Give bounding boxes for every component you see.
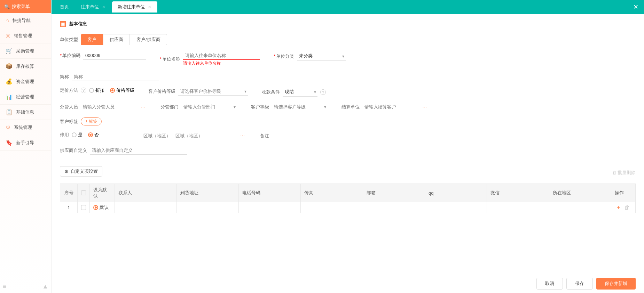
pricing-option-discount[interactable]: 折扣 [89, 87, 104, 93]
col-action: 操作 [611, 184, 636, 202]
cell-region[interactable] [549, 202, 611, 213]
short-name-input[interactable] [72, 73, 159, 81]
customer-tag-row: 客户标签 + 标签 [60, 117, 636, 125]
sidebar-item-sales[interactable]: ◎ 销售管理 [0, 28, 51, 43]
sidebar-item-guide[interactable]: 🔖 新手引导 [0, 135, 51, 150]
pricing-discount-radio[interactable] [89, 88, 94, 93]
sidebar-expand-icon[interactable]: ▲ [42, 283, 48, 290]
add-tag-button[interactable]: + 标签 [81, 117, 102, 125]
disabled-no[interactable]: 否 [88, 132, 99, 138]
tab-bar-close-icon[interactable]: ✕ [630, 2, 641, 12]
pricing-help-icon[interactable]: ? [81, 88, 86, 93]
sidebar-item-label: 新手引导 [16, 140, 34, 146]
default-radio[interactable] [93, 205, 98, 210]
cell-phone[interactable] [239, 202, 301, 213]
inventory-icon: 📦 [6, 63, 13, 70]
tab-new-partner[interactable]: 新增往来单位 ✕ [112, 1, 157, 13]
manager-field: 分管人员 ··· [60, 103, 147, 111]
supplier-custom-input[interactable] [90, 146, 187, 155]
sidebar-item-label: 采购管理 [16, 48, 34, 54]
customer-level-input[interactable] [272, 103, 328, 111]
row-checkbox[interactable] [81, 205, 86, 210]
address-input[interactable] [180, 205, 235, 210]
sidebar-item-operations[interactable]: 📊 经营管理 [0, 89, 51, 105]
cancel-button[interactable]: 取消 [536, 278, 563, 290]
customer-price-level-input[interactable] [178, 87, 248, 96]
disabled-yes-radio[interactable] [72, 132, 77, 137]
wechat-input[interactable] [490, 205, 545, 210]
sidebar-item-base-info[interactable]: 📋 基础信息 [0, 105, 51, 120]
department-select[interactable]: ▾ [181, 103, 237, 111]
region-more-btn[interactable]: ··· [239, 133, 246, 139]
tab-new-partner-close[interactable]: ✕ [147, 5, 152, 9]
department-input[interactable] [181, 103, 237, 111]
custom-settings-button[interactable]: ⚙ 自定义项设置 [60, 166, 102, 177]
unit-code-label: *单位编码 [60, 52, 80, 59]
customer-level-field: 客户等级 ▾ [251, 103, 328, 111]
quick-nav-icon: ⌂ [6, 17, 9, 24]
cell-check[interactable] [78, 202, 90, 213]
sidebar-item-quick-nav[interactable]: ⌂ 快捷导航 [0, 13, 51, 28]
remark-input[interactable] [272, 132, 376, 140]
save-button[interactable]: 保存 [566, 278, 593, 290]
sidebar-item-finance[interactable]: 💰 资金管理 [0, 74, 51, 89]
sidebar-collapse-icon[interactable]: ≡ [3, 283, 7, 290]
pricing-option-level[interactable]: 价格等级 [110, 87, 134, 93]
tab-home[interactable]: 首页 [54, 1, 74, 13]
tab-partners-close[interactable]: ✕ [101, 5, 106, 9]
cell-fax[interactable] [301, 202, 363, 213]
settlement-more-btn[interactable]: ··· [421, 104, 428, 110]
base-info-icon: 📋 [6, 109, 13, 115]
remark-label: 备注 [260, 133, 269, 139]
main-area: 首页 往来单位 ✕ 新增往来单位 ✕ ✕ ▣ 基本信息 单位类型 客户 [52, 0, 644, 293]
qq-input[interactable] [429, 205, 483, 210]
department-label: 分管部门 [160, 104, 179, 110]
unit-name-input[interactable] [183, 51, 260, 60]
sidebar-bottom: ≡ ▲ [0, 280, 51, 293]
customer-price-level-label: 客户价格等级 [148, 88, 175, 95]
divider [60, 161, 636, 161]
customer-level-select[interactable]: ▾ [272, 103, 328, 111]
purchase-icon: 🛒 [6, 48, 13, 54]
manager-input[interactable] [81, 103, 136, 111]
sales-icon: ◎ [6, 32, 10, 39]
payment-help-icon[interactable]: ? [320, 89, 326, 95]
sidebar-item-purchase[interactable]: 🛒 采购管理 [0, 43, 51, 59]
settlement-unit-input[interactable] [362, 103, 418, 111]
disabled-yes[interactable]: 是 [72, 132, 83, 138]
fax-input[interactable] [304, 205, 359, 210]
region-input[interactable] [173, 132, 236, 140]
payment-terms-select[interactable]: 现结 ▾ [283, 87, 317, 97]
sidebar-item-inventory[interactable]: 📦 库存核算 [0, 59, 51, 74]
unit-code-input[interactable] [83, 51, 146, 60]
manager-more-btn[interactable]: ··· [139, 104, 147, 110]
type-btn-customer[interactable]: 客户 [81, 34, 103, 45]
type-btn-both[interactable]: 客户/供应商 [130, 34, 167, 45]
type-btn-supplier[interactable]: 供应商 [103, 34, 130, 45]
header-checkbox[interactable] [81, 190, 86, 195]
cell-qq[interactable] [425, 202, 487, 213]
cell-wechat[interactable] [487, 202, 549, 213]
batch-delete-area[interactable]: 🗑 批量删除 [612, 170, 636, 176]
email-input[interactable] [367, 205, 421, 210]
cell-email[interactable] [363, 202, 425, 213]
section-title: ▣ 基本信息 [60, 21, 636, 27]
unit-category-select-wrapper[interactable]: 未分类 ▾ [297, 51, 346, 61]
pricing-level-radio[interactable] [110, 88, 115, 93]
contact-input[interactable] [118, 205, 173, 210]
tab-partners[interactable]: 往来单位 ✕ [75, 1, 111, 13]
phone-input[interactable] [242, 205, 297, 210]
cell-contact[interactable] [115, 202, 176, 213]
region-field: 区域（地区） ··· [143, 132, 246, 140]
row-region-input[interactable] [553, 205, 607, 210]
customer-price-level-field: 客户价格等级 ▾ [148, 87, 248, 96]
col-email: 邮箱 [363, 184, 425, 202]
save-new-button[interactable]: 保存并新增 [596, 278, 636, 290]
add-row-button[interactable]: + [615, 204, 621, 211]
customer-price-level-select[interactable]: ▾ [178, 87, 248, 96]
delete-row-button[interactable]: 🗑 [623, 204, 631, 211]
cell-address[interactable] [176, 202, 238, 213]
disabled-no-radio[interactable] [88, 132, 93, 137]
sidebar-search[interactable]: 🔍 搜索菜单 [0, 0, 51, 13]
sidebar-item-system[interactable]: ⚙ 系统管理 [0, 120, 51, 135]
